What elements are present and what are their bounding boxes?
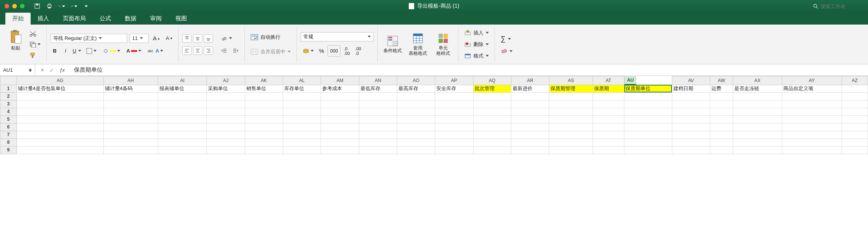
cell[interactable] (321, 100, 359, 108)
border-button[interactable] (84, 47, 98, 55)
align-middle-button[interactable] (193, 34, 202, 43)
cell[interactable] (672, 131, 710, 138)
cell[interactable] (245, 131, 283, 138)
cell[interactable] (672, 100, 710, 108)
cell[interactable] (710, 92, 733, 100)
cell[interactable] (397, 100, 435, 108)
cell[interactable]: 辅计量4条码 (103, 85, 158, 92)
cell[interactable] (359, 131, 397, 138)
cell[interactable] (624, 115, 672, 123)
cut-button[interactable] (28, 30, 38, 38)
cell[interactable] (245, 115, 283, 123)
cell[interactable] (321, 138, 359, 146)
cell[interactable] (435, 115, 473, 123)
column-header[interactable]: AY (782, 76, 842, 85)
increase-font-button[interactable]: A▴ (151, 34, 162, 43)
cell[interactable] (207, 138, 245, 146)
cell[interactable] (624, 131, 672, 138)
cell[interactable] (593, 146, 624, 154)
tab-home[interactable]: 开始 (5, 13, 31, 25)
percent-button[interactable]: % (317, 45, 326, 57)
formula-input[interactable]: 保质期单位 (70, 66, 868, 74)
save-icon[interactable] (34, 3, 41, 10)
cell[interactable] (733, 138, 782, 146)
cell[interactable] (397, 138, 435, 146)
row-header[interactable]: 7 (0, 131, 17, 138)
column-header[interactable]: AK (245, 76, 283, 85)
cell[interactable] (842, 108, 868, 115)
row-header[interactable]: 2 (0, 92, 17, 100)
font-color-button[interactable]: A (124, 47, 143, 55)
cell[interactable] (283, 138, 321, 146)
cell[interactable] (435, 108, 473, 115)
insert-cells-button[interactable]: 插入 (462, 28, 491, 38)
cell[interactable] (710, 115, 733, 123)
cell[interactable] (207, 108, 245, 115)
bold-button[interactable]: B (51, 47, 59, 55)
font-name-select[interactable]: 等线 Regular (正文) (51, 34, 127, 43)
align-left-button[interactable] (182, 46, 192, 55)
select-all-corner[interactable] (0, 76, 17, 85)
cell[interactable] (842, 138, 868, 146)
merge-center-button[interactable]: 合并后居中 (249, 47, 293, 56)
cell[interactable]: 采购单位 (207, 85, 245, 92)
cell[interactable] (359, 108, 397, 115)
cell[interactable] (103, 100, 158, 108)
cell[interactable] (549, 100, 593, 108)
cell[interactable]: 销售单位 (245, 85, 283, 92)
cell[interactable] (672, 115, 710, 123)
column-header[interactable]: AI (158, 76, 207, 85)
column-header[interactable]: AH (103, 76, 158, 85)
cell[interactable] (245, 100, 283, 108)
align-center-button[interactable] (193, 46, 202, 55)
cell[interactable] (549, 138, 593, 146)
search-input[interactable] (821, 3, 863, 9)
column-header[interactable]: AV (672, 76, 710, 85)
cell[interactable] (397, 108, 435, 115)
row-header[interactable]: 1 (0, 85, 17, 92)
cell[interactable] (733, 108, 782, 115)
cell[interactable] (397, 131, 435, 138)
cell[interactable] (549, 92, 593, 100)
name-box-stepper[interactable] (29, 68, 32, 72)
cell[interactable] (842, 115, 868, 123)
cell[interactable] (624, 146, 672, 154)
cell[interactable] (511, 115, 549, 123)
comma-button[interactable]: 000 (328, 45, 341, 57)
cell[interactable] (158, 138, 207, 146)
cell[interactable] (549, 131, 593, 138)
format-cells-button[interactable]: 格式 (462, 51, 491, 61)
cell[interactable] (158, 131, 207, 138)
cell[interactable] (733, 146, 782, 154)
cell[interactable] (158, 92, 207, 100)
phonetic-button[interactable]: abcA (146, 47, 165, 55)
format-painter-button[interactable] (28, 51, 38, 59)
cell[interactable] (473, 92, 511, 100)
tab-insert[interactable]: 插入 (31, 13, 56, 25)
row-header[interactable]: 8 (0, 138, 17, 146)
autosum-button[interactable]: ∑ (499, 34, 513, 44)
cell[interactable] (207, 92, 245, 100)
cell[interactable]: 最新进价 (511, 85, 549, 92)
cell[interactable] (511, 92, 549, 100)
cell[interactable] (733, 123, 782, 131)
cell[interactable] (245, 123, 283, 131)
cell[interactable] (16, 100, 103, 108)
cell[interactable] (511, 146, 549, 154)
cell[interactable] (103, 115, 158, 123)
column-header[interactable]: AU (624, 76, 636, 85)
cell[interactable] (16, 123, 103, 131)
align-right-button[interactable] (204, 46, 213, 55)
cell[interactable] (435, 146, 473, 154)
cell[interactable] (624, 108, 672, 115)
tab-review[interactable]: 审阅 (143, 13, 169, 25)
cell[interactable] (672, 92, 710, 100)
cell[interactable] (782, 115, 842, 123)
zoom-window-button[interactable] (20, 4, 25, 8)
cell[interactable] (283, 146, 321, 154)
cell[interactable] (103, 92, 158, 100)
cell[interactable]: 批次管理 (473, 85, 511, 92)
cell[interactable] (593, 108, 624, 115)
cell[interactable]: 保质期管理 (549, 85, 593, 92)
cell[interactable] (321, 108, 359, 115)
